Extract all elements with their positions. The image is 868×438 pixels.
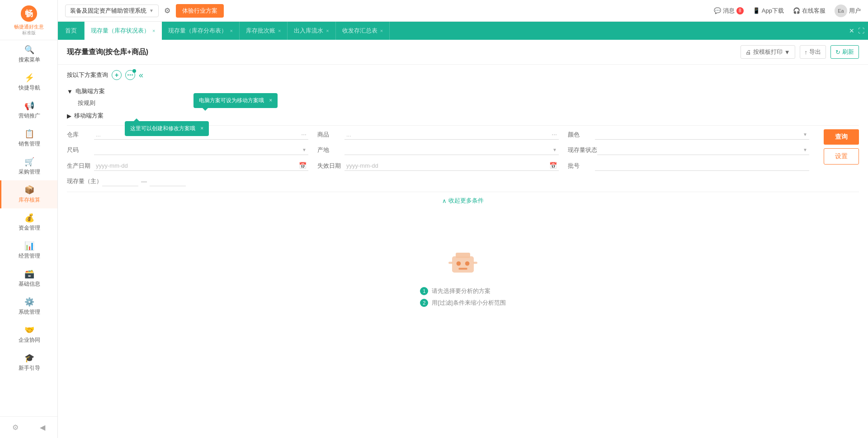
scheme-item-rules[interactable]: 按规则 xyxy=(67,97,859,109)
tab-inventory-dist[interactable]: 现存量（库存分布表） × xyxy=(162,22,239,40)
window-maximize-btn[interactable]: ⛶ xyxy=(858,27,864,34)
tab-close-icon[interactable]: × xyxy=(278,28,281,33)
tab-close-icon[interactable]: × xyxy=(380,28,383,33)
export-icon: ↑ xyxy=(805,49,808,56)
step-2-num: 2 xyxy=(420,299,428,307)
goods-input[interactable] xyxy=(346,131,552,138)
step-1-num: 1 xyxy=(420,287,428,295)
scheme-group-mobile: ▶ 移动端方案 xyxy=(67,110,859,122)
app-download-action[interactable]: 📱 App下载 xyxy=(753,7,784,15)
sidebar-settings-btn[interactable]: ⚙ xyxy=(10,421,20,433)
phone-icon: 📱 xyxy=(753,7,760,14)
sidebar-item-operations[interactable]: 📊 经营管理 xyxy=(0,236,57,264)
empty-icon xyxy=(445,245,481,282)
tooltip1-close-btn[interactable]: × xyxy=(269,97,272,104)
sidebar-bottom: ⚙ ◀ xyxy=(0,416,57,438)
tooltip2-close-btn[interactable]: × xyxy=(200,125,203,132)
sidebar-nav: 🔍 搜索菜单 ⚡ 快捷导航 📢 营销推广 📋 销售管理 🛒 采购管理 📦 库存核… xyxy=(0,40,57,416)
origin-arrow-icon[interactable]: ▼ xyxy=(552,147,557,152)
system-selector-arrow: ▼ xyxy=(149,8,154,13)
user-action[interactable]: Ea 用户 xyxy=(835,5,861,17)
notice-label: 消息 xyxy=(723,7,735,15)
inventory-status-input[interactable] xyxy=(599,146,803,153)
size-arrow-icon[interactable]: ▼ xyxy=(302,147,307,152)
tab-recv-send-summary[interactable]: 收发存汇总表 × xyxy=(336,22,390,40)
sidebar-item-sales[interactable]: 📋 销售管理 xyxy=(0,124,57,152)
scheme-collapse-arrow: ▼ xyxy=(67,88,73,95)
sidebar-item-finance[interactable]: 💰 资金管理 xyxy=(0,208,57,236)
collapse-bar[interactable]: ∧ 收起更多条件 xyxy=(67,192,859,209)
online-support-label: 在线客服 xyxy=(802,7,826,15)
content-area: 现存量查询(按仓库+商品) 🖨 按模板打印 ▼ ↑ 导出 ↻ 刷新 xyxy=(58,40,868,438)
window-close-btn[interactable]: ✕ xyxy=(849,27,854,34)
system-selector[interactable]: 装备及固定资产辅助管理系统 ▼ xyxy=(65,5,159,17)
collapse-arrow-icon: ∧ xyxy=(442,198,447,204)
expiry-date-input[interactable] xyxy=(346,162,549,169)
query-btn[interactable]: 查询 xyxy=(824,129,859,145)
goods-dots-icon[interactable]: ··· xyxy=(552,131,557,138)
production-date-input[interactable] xyxy=(96,162,299,169)
tab-inout-flow[interactable]: 出入库流水 × xyxy=(288,22,335,40)
header-settings-icon[interactable]: ⚙ xyxy=(164,6,170,15)
sidebar-item-basic[interactable]: 🗃️ 基础信息 xyxy=(0,264,57,292)
tab-close-icon[interactable]: × xyxy=(230,28,232,33)
refresh-btn[interactable]: ↻ 刷新 xyxy=(830,45,859,59)
inventory-main-min[interactable] xyxy=(102,176,138,186)
expiry-date-calendar-icon[interactable]: 📅 xyxy=(549,162,557,169)
export-btn[interactable]: ↑ 导出 xyxy=(800,45,826,59)
sidebar-item-label: 经营管理 xyxy=(19,252,40,260)
filter-row-size: 尺码 ▼ xyxy=(67,145,308,155)
production-date-calendar-icon[interactable]: 📅 xyxy=(299,162,307,169)
quicknav-icon: ⚡ xyxy=(24,73,34,83)
sidebar-item-quicknav[interactable]: ⚡ 快捷导航 xyxy=(0,68,57,96)
sidebar-item-label: 搜索菜单 xyxy=(19,56,40,64)
online-support-action[interactable]: 🎧 在线客服 xyxy=(793,7,826,15)
sidebar-item-search[interactable]: 🔍 搜索菜单 xyxy=(0,40,57,68)
inventory-status-label: 现存量状态 xyxy=(568,146,597,154)
sidebar-item-guide[interactable]: 🎓 新手引导 xyxy=(0,349,57,377)
sidebar-item-marketing[interactable]: 📢 营销推广 xyxy=(0,96,57,124)
sidebar-item-purchase[interactable]: 🛒 采购管理 xyxy=(0,152,57,180)
size-input[interactable] xyxy=(96,146,302,153)
filter-dots-btn[interactable]: ··· xyxy=(125,70,135,80)
scheme-group-pc-header[interactable]: ▼ 电脑端方案 xyxy=(67,85,859,97)
empty-state: 1 请先选择要分析的方案 2 用[过滤]条件来缩小分析范围 xyxy=(58,209,868,343)
tab-close-icon[interactable]: × xyxy=(152,28,155,33)
filter-add-btn[interactable]: + xyxy=(112,70,122,80)
template-print-btn[interactable]: 🖨 按模板打印 ▼ xyxy=(741,45,795,59)
tab-home[interactable]: 首页 xyxy=(58,22,85,40)
inventory-main-max[interactable] xyxy=(150,176,186,186)
notice-action[interactable]: 💬 消息 8 xyxy=(714,7,744,15)
experience-btn[interactable]: 体验行业方案 xyxy=(176,4,224,18)
tab-close-icon[interactable]: × xyxy=(326,28,329,33)
tab-batch-ledger[interactable]: 库存批次账 × xyxy=(240,22,288,40)
inventory-main-range: — xyxy=(102,176,186,186)
origin-input[interactable] xyxy=(346,146,552,153)
tab-inventory-status[interactable]: 现存量（库存状况表） × xyxy=(85,22,162,40)
size-label: 尺码 xyxy=(67,146,94,154)
empty-step-2: 2 用[过滤]条件来缩小分析范围 xyxy=(420,299,505,307)
scheme-list: ▼ 电脑端方案 按规则 ▶ 移动端方案 xyxy=(67,85,859,122)
sidebar-item-inventory[interactable]: 📦 库存核算 xyxy=(0,180,57,208)
inventory-status-arrow-icon[interactable]: ▼ xyxy=(803,147,807,152)
set-btn[interactable]: 设置 xyxy=(824,148,859,165)
notice-badge: 8 xyxy=(736,7,744,14)
empty-steps: 1 请先选择要分析的方案 2 用[过滤]条件来缩小分析范围 xyxy=(420,287,505,307)
sidebar-item-enterprise[interactable]: 🤝 企业协同 xyxy=(0,320,57,349)
guide-icon: 🎓 xyxy=(24,353,34,363)
color-arrow-icon[interactable]: ▼ xyxy=(803,132,807,137)
warehouse-dots-icon[interactable]: ··· xyxy=(301,131,307,138)
user-avatar: Ea xyxy=(835,5,847,17)
sidebar-collapse-btn[interactable]: ◀ xyxy=(38,421,47,433)
batch-no-input[interactable] xyxy=(597,162,807,169)
sidebar-item-system[interactable]: ⚙️ 系统管理 xyxy=(0,292,57,320)
tab-inventory-dist-label: 现存量（库存分布表） xyxy=(168,27,227,35)
color-input[interactable] xyxy=(597,131,803,138)
tab-inventory-status-label: 现存量（库存状况表） xyxy=(91,27,150,35)
filter-arrow-btn[interactable]: « xyxy=(139,71,143,80)
filter-grid: 仓库 ··· 商品 ··· xyxy=(67,129,809,186)
scheme-group-mobile-header[interactable]: ▶ 移动端方案 xyxy=(67,110,859,122)
tab-batch-ledger-label: 库存批次账 xyxy=(246,27,275,35)
collapse-label: 收起更多条件 xyxy=(448,197,484,205)
tab-bar: 首页 现存量（库存状况表） × 现存量（库存分布表） × 库存批次账 × 出入库… xyxy=(58,22,868,40)
